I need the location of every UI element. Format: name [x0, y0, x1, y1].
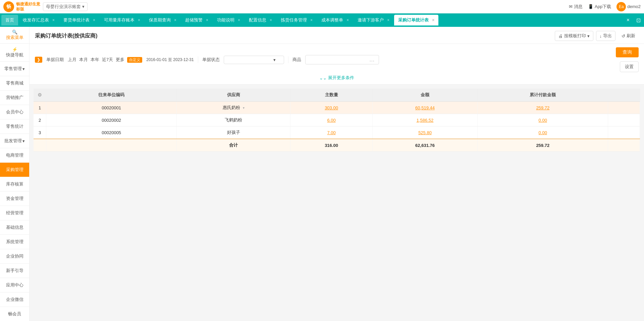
sidebar-item-ecommerce[interactable]: 电商管理 — [0, 148, 29, 163]
sidebar-item-app-center[interactable]: 应用中心 — [0, 278, 29, 292]
custom-date-badge[interactable]: 自定义 — [127, 57, 142, 63]
sidebar-item-enterprise[interactable]: 企业协同 — [0, 249, 29, 264]
tab-8[interactable]: 拣货任务管理 × — [277, 15, 317, 25]
close-icon[interactable]: × — [52, 18, 55, 22]
close-icon[interactable]: × — [138, 18, 140, 22]
tab-10[interactable]: 邀请下游客户 × — [354, 15, 393, 25]
close-icon[interactable]: × — [238, 18, 240, 22]
cell-paid: 0.00 — [478, 126, 608, 139]
cell-amount: 525.80 — [372, 126, 477, 139]
avatar: Ea — [616, 2, 626, 11]
print-button[interactable]: 🖨 按模板打印 ▾ — [555, 31, 593, 41]
shortcut-more[interactable]: 更多 — [116, 57, 124, 63]
filter-divider — [198, 56, 198, 63]
sidebar-item-operations[interactable]: 经营管理 — [0, 206, 29, 220]
chevron-down-icon: ▾ — [22, 139, 25, 144]
sidebar-item-retail-management[interactable]: 零售管理 ▾ — [0, 62, 29, 76]
sidebar-item-changyuanyuan[interactable]: 畅会员 — [0, 307, 29, 321]
tab-5[interactable]: 超储预警 × — [181, 15, 212, 25]
table-row: 3 00020005 好孩子 7.00 525.80 0.00 — [34, 126, 640, 139]
expand-more-btn[interactable]: ⌄⌄ 展开更多条件 — [319, 75, 354, 81]
sidebar-quick-nav[interactable]: ⚡ 快捷导航 — [0, 44, 29, 62]
message-button[interactable]: ✉ 消息 — [569, 4, 583, 10]
app-download-button[interactable]: 📱 App下载 — [588, 4, 611, 10]
close-icon[interactable]: × — [310, 18, 313, 22]
th-supplier: 供应商 — [177, 89, 290, 102]
filter-row: ❯ 单据日期 上月 本月 本年 近7天 更多 自定义 2016-01-01 至 … — [35, 47, 639, 72]
page-header: 采购订单统计表(按供应商) 🖨 按模板打印 ▾ ↓ 导出 ↺ 刷新 — [30, 27, 644, 44]
sidebar-item-finance[interactable]: 资金管理 — [0, 192, 29, 206]
export-icon: ↓ — [600, 34, 602, 39]
th-amount: 金额 — [372, 89, 477, 102]
th-empty — [608, 89, 640, 102]
sidebar-item-newbie[interactable]: 新手引导 — [0, 264, 29, 278]
refresh-button[interactable]: ↺ 刷新 — [618, 31, 639, 41]
maximize-button[interactable]: ⊡ — [634, 16, 643, 24]
data-table: ⚙ 往来单位编码 供应商 主数量 金额 累计付款金额 1 00020001 — [34, 89, 640, 152]
user-menu[interactable]: Ea demo2 — [616, 2, 641, 11]
top-bar-left: 畅 畅捷通好生意 标版 母婴行业演示账套 ▾ — [3, 1, 88, 12]
sidebar-item-wechat[interactable]: 企业微信 — [0, 292, 29, 307]
table-footer: 合计 316.00 62,631.76 259.72 — [34, 139, 640, 152]
sidebar-item-retail-mall[interactable]: 零售商城 — [0, 76, 29, 91]
shortcut-this-year[interactable]: 本年 — [91, 57, 99, 63]
expand-icon[interactable]: ▾ — [243, 106, 245, 110]
th-settings: ⚙ — [34, 89, 46, 102]
sidebar-item-member-center[interactable]: 会员中心 — [0, 105, 29, 119]
nav-tabs: 首页 收发存汇总表 × 要货单统计表 × 可用量库存账本 × 保质期查询 × 超… — [0, 13, 644, 27]
tab-home[interactable]: 首页 — [1, 15, 18, 25]
tab-2[interactable]: 要货单统计表 × — [59, 15, 99, 25]
goods-filter-label: 商品 — [292, 57, 301, 63]
shortcut-7days[interactable]: 近7天 — [102, 57, 113, 63]
close-icon[interactable]: × — [93, 18, 95, 22]
message-icon: ✉ — [569, 4, 573, 9]
close-all-tabs-button[interactable]: × — [625, 16, 632, 24]
status-select[interactable]: ▾ — [224, 56, 284, 64]
main-layout: 🔍 搜索菜单 ⚡ 快捷导航 零售管理 ▾ 零售商城 营销推广 会员中心 零售统计… — [0, 27, 644, 321]
goods-input-more-icon[interactable]: … — [368, 57, 376, 63]
tab-9[interactable]: 成本调整单 × — [317, 15, 353, 25]
settings-button[interactable]: 设置 — [620, 61, 639, 72]
sidebar-item-system[interactable]: 系统管理 — [0, 235, 29, 249]
table-area: ⚙ 往来单位编码 供应商 主数量 金额 累计付款金额 1 00020001 — [30, 85, 644, 321]
close-icon[interactable]: × — [346, 18, 349, 22]
refresh-icon: ↺ — [622, 34, 625, 39]
filter-collapse-btn[interactable]: ❯ — [35, 57, 42, 63]
th-code: 往来单位编码 — [46, 89, 177, 102]
close-icon[interactable]: × — [270, 18, 272, 22]
tab-6[interactable]: 功能说明 × — [213, 15, 244, 25]
tab-7[interactable]: 配置信息 × — [245, 15, 276, 25]
goods-input[interactable]: … — [305, 55, 379, 64]
top-bar: 畅 畅捷通好生意 标版 母婴行业演示账套 ▾ ✉ 消息 📱 App下载 Ea d… — [0, 0, 644, 13]
workspace-selector[interactable]: 母婴行业演示账套 ▾ — [43, 2, 88, 11]
export-button[interactable]: ↓ 导出 — [596, 31, 616, 41]
sidebar-item-basic-info[interactable]: 基础信息 — [0, 220, 29, 235]
shortcut-this-month[interactable]: 本月 — [79, 57, 88, 63]
sidebar-item-retail-stats[interactable]: 零售统计 — [0, 119, 29, 134]
close-icon[interactable]: × — [174, 18, 176, 22]
close-icon[interactable]: × — [387, 18, 389, 22]
sidebar-item-purchase[interactable]: 采购管理 — [0, 163, 29, 177]
sidebar-search[interactable]: 🔍 搜索菜单 — [0, 27, 29, 44]
nav-tabs-actions: × ⊡ — [625, 16, 643, 24]
table-header: ⚙ 往来单位编码 供应商 主数量 金额 累计付款金额 — [34, 89, 640, 102]
close-icon[interactable]: × — [206, 18, 208, 22]
close-icon[interactable]: × — [432, 18, 434, 22]
sidebar-item-inventory[interactable]: 库存核算 — [0, 177, 29, 192]
cell-quantity: 303.00 — [290, 102, 373, 114]
cell-supplier: 好孩子 — [177, 126, 290, 139]
sidebar-item-wholesale[interactable]: 批发管理 ▾ — [0, 134, 29, 148]
tab-3[interactable]: 可用量库存账本 × — [100, 15, 144, 25]
tab-1[interactable]: 收发存汇总表 × — [19, 15, 59, 25]
cell-code: 00020001 — [46, 102, 177, 114]
sidebar-item-marketing[interactable]: 营销推广 — [0, 91, 29, 105]
gear-icon[interactable]: ⚙ — [38, 92, 42, 98]
cell-code: 00020002 — [46, 114, 177, 126]
tab-purchase-order-stats[interactable]: 采购订单统计表 × — [394, 15, 438, 25]
tab-4[interactable]: 保质期查询 × — [145, 15, 180, 25]
page-header-actions: 🖨 按模板打印 ▾ ↓ 导出 ↺ 刷新 — [555, 31, 639, 41]
footer-row: 合计 316.00 62,631.76 259.72 — [34, 139, 640, 152]
chevron-down-icon: ⌄⌄ — [319, 75, 327, 81]
shortcut-last-month[interactable]: 上月 — [68, 57, 76, 63]
query-button[interactable]: 查询 — [616, 47, 639, 57]
